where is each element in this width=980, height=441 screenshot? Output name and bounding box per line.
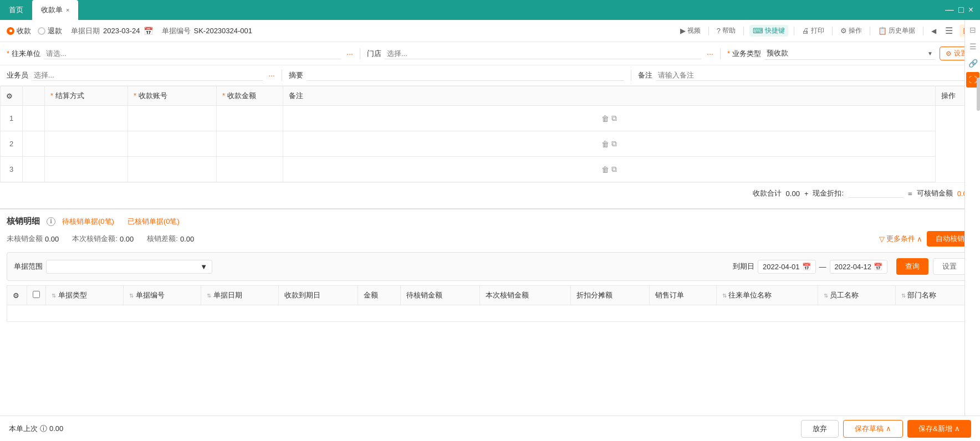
biz-type-chevron-icon: ▼ (927, 50, 933, 57)
tab-active[interactable]: 收款单 × (32, 0, 78, 20)
staff-more-btn[interactable]: ··· (268, 71, 275, 80)
shortcut-btn[interactable]: ⌨ 快捷键 (749, 25, 788, 37)
staff-input[interactable] (32, 70, 263, 81)
discount-input[interactable] (848, 189, 904, 198)
range-label: 单据范围 (14, 261, 43, 271)
save-new-chevron-icon: ∧ (955, 424, 960, 433)
footer-info-help-icon[interactable]: ⓘ (40, 424, 47, 434)
doc-date-label: 单据日期 (71, 26, 100, 36)
start-date-value: 2022-04-01 (763, 263, 800, 271)
sidebar-link-icon[interactable]: 🔗 (966, 55, 979, 71)
table-gear-th[interactable]: ⚙ (1, 86, 23, 106)
row-2-amount-cell (128, 131, 217, 157)
scroll-thumb[interactable] (977, 78, 980, 111)
row-2-delete-icon[interactable]: 🗑 (601, 140, 609, 148)
th-account: * 收款账号 (128, 86, 217, 106)
due-date-label: 到期日 (733, 261, 754, 271)
row-1-amount-cell (128, 106, 217, 131)
save-new-label: 保存&新增 (918, 424, 952, 434)
biz-type-value: 预收款 (767, 48, 925, 58)
query-btn[interactable]: 查询 (896, 258, 928, 275)
biz-type-select[interactable]: 预收款 ▼ (764, 47, 935, 60)
partner-more-btn[interactable]: ··· (346, 49, 353, 58)
store-input[interactable] (385, 48, 701, 59)
calendar-icon[interactable]: 📅 (144, 27, 153, 35)
recon-title: 核销明细 (7, 216, 40, 227)
discard-btn[interactable]: 放弃 (801, 420, 839, 438)
row-3-remark-cell (217, 157, 283, 182)
bt-check-all[interactable] (33, 291, 40, 298)
form-row-1: 往来单位 ··· 门店 ··· 业务类型 预收款 ▼ ⚙ 首页设置 (0, 42, 980, 65)
bt-discount-th: 折扣分摊额 (570, 286, 649, 305)
save-draft-label: 保存草稿 (855, 424, 884, 434)
summary-input[interactable] (307, 70, 624, 81)
table-rownum-th (23, 86, 45, 106)
total-value: 0.00 (786, 189, 800, 198)
row-1-delete-icon[interactable]: 🗑 (601, 114, 609, 123)
bt-gear-th[interactable]: ⚙ (7, 286, 27, 305)
bt-date-label: 单据日期 (213, 291, 242, 299)
window-maximize-icon[interactable]: □ (958, 5, 964, 15)
end-date-input[interactable]: 2022-04-12 📅 (830, 260, 888, 274)
filter-icon: ▽ (879, 235, 885, 243)
start-date-input[interactable]: 2022-04-01 📅 (758, 260, 816, 274)
recon-pending-tab[interactable]: 待核销单据(0笔) (62, 217, 114, 227)
more-conditions-link[interactable]: ▽ 更多条件 ∧ (879, 234, 922, 244)
radio-refund[interactable]: 退款 (38, 26, 62, 36)
diff-stat: 核销差额: 0.00 (147, 231, 194, 247)
bt-amount-th: 金额 (358, 286, 401, 305)
row-2-account-cell (45, 131, 128, 157)
window-close-icon[interactable]: × (968, 5, 973, 15)
bt-duedate-label: 收款到期日 (284, 291, 320, 299)
remark-input[interactable] (656, 70, 973, 81)
toolbar-actions: ▶ 视频 ? 帮助 ⌨ 快捷键 🖨 打印 ⚙ 操作 (678, 24, 973, 37)
view-toggle-list[interactable]: ☰ (943, 24, 955, 37)
partner-input[interactable] (44, 48, 341, 59)
recon-info-icon[interactable]: ℹ (47, 217, 55, 226)
footer-actions: 放弃 保存草稿 ∧ 保存&新增 ∧ (801, 420, 971, 438)
help-btn[interactable]: ? 帮助 (714, 25, 738, 37)
date-range-field: 到期日 2022-04-01 📅 — 2022-04-12 📅 (733, 260, 887, 274)
row-2-copy-icon[interactable]: ⧉ (611, 139, 617, 148)
tab-home[interactable]: 首页 (0, 0, 32, 20)
save-draft-chevron-icon: ∧ (886, 424, 891, 433)
row-3-delete-icon[interactable]: 🗑 (601, 165, 609, 174)
history-btn[interactable]: 📋 历史单据 (876, 25, 917, 37)
discount-label: 现金折扣: (813, 188, 844, 198)
view-toggle-prev[interactable]: ◀ (929, 26, 938, 36)
radio-receive-dot (7, 27, 14, 35)
save-new-btn[interactable]: 保存&新增 ∧ (907, 420, 971, 438)
video-btn[interactable]: ▶ 视频 (678, 25, 703, 37)
recon-done-tab[interactable]: 已核销单据(0笔) (127, 217, 180, 227)
row-1-copy-icon[interactable]: ⧉ (611, 114, 617, 123)
table-row: 3 🗑 ⧉ (1, 157, 980, 182)
row-3-copy-icon[interactable]: ⧉ (611, 165, 617, 174)
date-dash: — (819, 263, 826, 271)
net-label: 可核销金额 (917, 188, 953, 198)
video-icon: ▶ (680, 27, 686, 35)
tab-close-icon[interactable]: × (66, 7, 69, 13)
print-btn[interactable]: 🖨 打印 (800, 25, 826, 37)
radio-refund-dot (38, 27, 45, 35)
radio-receive[interactable]: 收款 (7, 26, 31, 36)
bt-dept-th: ⇅ 部门名称 (895, 286, 973, 305)
receive-table: ⚙ * 结算方式 * 收款账号 * 收款金额 备注 (0, 86, 980, 182)
tab-active-label: 收款单 (41, 5, 63, 15)
window-minimize-icon[interactable]: — (945, 5, 954, 15)
uncleared-value: 0.00 (45, 235, 59, 243)
save-draft-btn[interactable]: 保存草稿 ∧ (843, 420, 903, 438)
row-1-account-cell (45, 106, 128, 131)
bt-partner-label: 往来单位名称 (728, 291, 772, 299)
history-label: 历史单据 (889, 26, 915, 35)
th-remark: 备注 (283, 86, 936, 106)
sidebar-list-icon[interactable]: ☰ (966, 39, 979, 54)
filter-settings-btn[interactable]: 设置 (933, 258, 966, 275)
operation-btn[interactable]: ⚙ 操作 (838, 25, 864, 37)
sidebar-table-icon[interactable]: ⊟ (966, 22, 979, 38)
footer-info: 本单上次 ⓘ 0.00 (9, 424, 63, 434)
range-select[interactable]: ▼ (46, 260, 212, 274)
main-content: 收款 退款 单据日期 2023-03-24 📅 单据编号 SK-20230324… (0, 20, 980, 441)
store-more-btn[interactable]: ··· (707, 49, 713, 58)
row-3-settlement-cell (23, 157, 45, 182)
bt-check-th[interactable] (27, 286, 46, 305)
